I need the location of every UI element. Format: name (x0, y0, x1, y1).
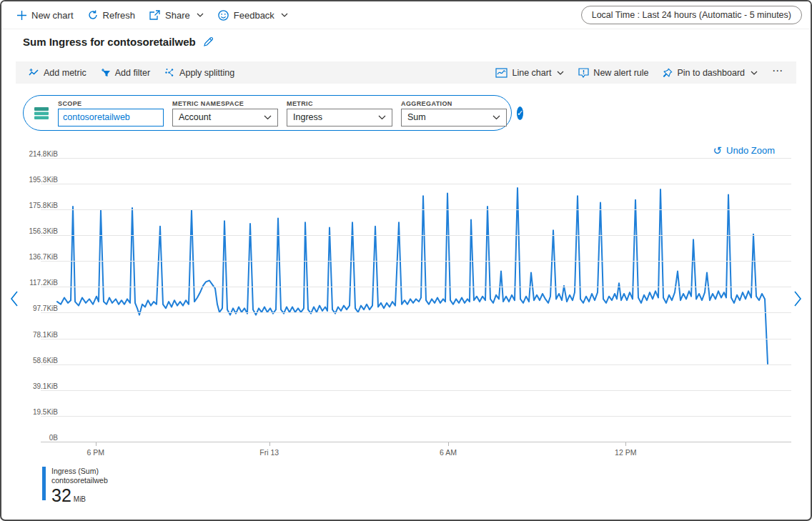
legend-unit: MiB (74, 495, 86, 503)
share-icon (149, 10, 160, 20)
aggregation-dropdown[interactable]: Sum (401, 109, 507, 126)
more-options-button[interactable]: ⋯ (765, 63, 791, 83)
chevron-down-icon (264, 115, 272, 120)
feedback-label: Feedback (234, 10, 274, 21)
gridline (41, 364, 791, 365)
x-axis-tick (625, 442, 626, 446)
refresh-button[interactable]: Refresh (81, 6, 143, 25)
pin-to-dashboard-button[interactable]: Pin to dashboard (655, 64, 765, 81)
scope-field: SCOPE (58, 100, 164, 126)
y-axis-label: 136.7KiB (15, 253, 58, 261)
aggregation-label: AGGREGATION (401, 100, 507, 107)
chart-type-button[interactable]: Line chart (488, 64, 571, 81)
metric-selector-pill: SCOPE METRIC NAMESPACE Account METRIC In… (23, 95, 512, 131)
chevron-down-icon (492, 115, 500, 120)
smiley-icon (218, 10, 229, 21)
x-axis-tick (269, 442, 270, 446)
pan-right-button[interactable] (791, 289, 805, 308)
alert-rule-icon (578, 68, 589, 78)
plus-icon (17, 11, 26, 20)
y-axis-label: 156.3KiB (15, 227, 58, 235)
legend-resource-name: contosoretailweb (51, 476, 108, 485)
apply-splitting-label: Apply splitting (179, 68, 234, 78)
share-button[interactable]: Share (142, 6, 211, 25)
add-metric-icon (29, 68, 39, 77)
chart-plot-area: 214.8KiB195.3KiB175.8KiB156.3KiB136.7KiB… (34, 154, 793, 469)
add-metric-label: Add metric (44, 68, 86, 78)
legend-text: Ingress (Sum) contosoretailweb 32MiB (51, 467, 108, 509)
gridline (41, 184, 791, 184)
chevron-down-icon (557, 71, 564, 75)
pin-icon (663, 68, 673, 78)
apply-splitting-button[interactable]: Apply splitting (157, 64, 242, 81)
chevron-down-icon (378, 115, 386, 120)
namespace-dropdown[interactable]: Account (172, 109, 278, 126)
legend-color-bar (42, 467, 46, 500)
apply-check-button[interactable]: ✓ (517, 106, 523, 120)
ingress-series-line (57, 188, 768, 364)
pan-left-button[interactable] (7, 289, 21, 308)
y-axis-label: 195.3KiB (15, 176, 58, 184)
top-toolbar: New chart Refresh Share Feedback (1, 1, 811, 29)
gridline (41, 312, 791, 313)
namespace-label: METRIC NAMESPACE (172, 100, 278, 107)
y-axis-label: 19.5KiB (15, 408, 58, 416)
metrics-explorer-window: New chart Refresh Share Feedback (0, 0, 812, 521)
y-axis-label: 214.8KiB (15, 150, 58, 158)
chevron-down-icon (197, 13, 204, 17)
add-filter-label: Add filter (115, 68, 150, 78)
new-chart-label: New chart (31, 10, 74, 21)
gridline (41, 261, 791, 262)
refresh-label: Refresh (103, 10, 136, 21)
metric-line-chart[interactable] (55, 158, 791, 442)
check-icon: ✓ (517, 109, 523, 118)
x-axis-label: 12 PM (615, 448, 636, 457)
chevron-down-icon (751, 71, 758, 75)
edit-pencil-icon[interactable] (203, 36, 214, 47)
scope-input[interactable] (58, 109, 164, 126)
storage-account-icon (34, 106, 49, 120)
y-axis-label: 117.2KiB (15, 279, 58, 287)
new-chart-button[interactable]: New chart (10, 6, 81, 25)
new-alert-rule-label: New alert rule (593, 68, 648, 78)
metric-dropdown[interactable]: Ingress (287, 109, 392, 126)
legend-metric-name: Ingress (Sum) (51, 467, 108, 476)
aggregation-value: Sum (407, 112, 426, 122)
aggregation-field: AGGREGATION Sum (401, 100, 507, 126)
y-axis-label: 39.1KiB (15, 382, 58, 390)
namespace-value: Account (179, 112, 211, 122)
add-filter-button[interactable]: Add filter (94, 64, 157, 81)
gridline (41, 209, 791, 210)
gridline (41, 390, 791, 391)
metric-field: METRIC Ingress (287, 100, 392, 126)
page-title: Sum Ingress for contosoretailweb (23, 36, 196, 48)
gridline (41, 442, 791, 442)
y-axis-label: 78.1KiB (15, 331, 58, 339)
refresh-icon (88, 10, 98, 20)
y-axis-label: 97.7KiB (15, 304, 58, 312)
metric-value: Ingress (293, 112, 322, 122)
time-range-picker[interactable]: Local Time : Last 24 hours (Automatic - … (581, 6, 802, 24)
chart-title-row: Sum Ingress for contosoretailweb (23, 36, 214, 48)
new-alert-rule-button[interactable]: New alert rule (571, 64, 655, 81)
gridline (41, 158, 791, 159)
legend-item-ingress[interactable]: Ingress (Sum) contosoretailweb 32MiB (42, 467, 108, 509)
share-label: Share (165, 10, 190, 21)
gridline (41, 339, 791, 339)
apply-splitting-icon (164, 68, 175, 77)
gridline (41, 287, 791, 287)
scope-label: SCOPE (58, 100, 164, 107)
gridline (41, 235, 791, 236)
add-filter-icon (101, 68, 111, 77)
feedback-button[interactable]: Feedback (211, 6, 295, 25)
y-axis-label: 175.8KiB (15, 202, 58, 209)
legend-total-value: 32MiB (51, 486, 108, 509)
gridline (41, 416, 791, 417)
pin-to-dashboard-label: Pin to dashboard (677, 68, 745, 78)
x-axis-label: 6 AM (440, 448, 457, 457)
chart-type-label: Line chart (512, 68, 551, 78)
namespace-field: METRIC NAMESPACE Account (172, 100, 278, 126)
add-metric-button[interactable]: Add metric (21, 64, 94, 81)
y-axis-label: 58.6KiB (15, 357, 58, 364)
x-axis-tick (448, 442, 449, 446)
